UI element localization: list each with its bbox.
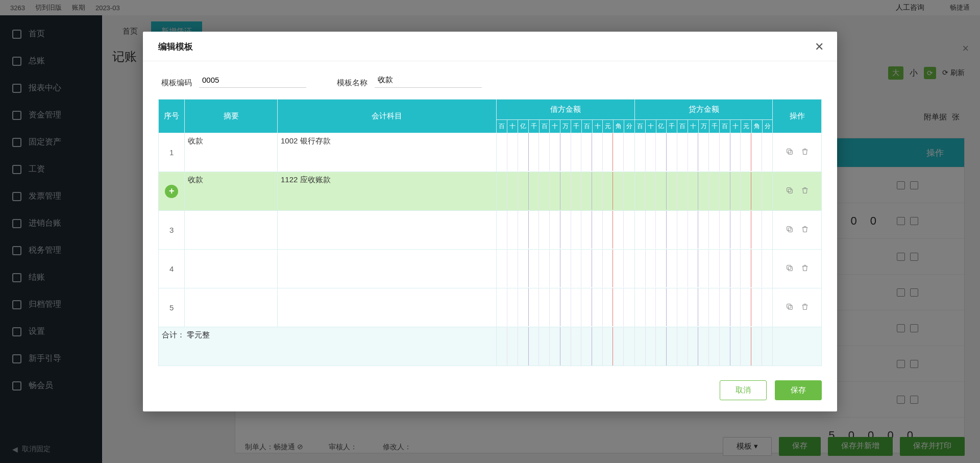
row-subject[interactable] <box>277 211 496 250</box>
total-label: 合计： <box>162 330 185 339</box>
modal-save-button[interactable]: 保存 <box>775 380 822 400</box>
row-op <box>773 133 822 172</box>
row-summary[interactable]: 收款 <box>185 133 278 172</box>
modal-close-button[interactable]: ✕ <box>815 41 824 53</box>
row-op <box>773 211 822 250</box>
total-op <box>773 327 822 366</box>
th-digit: 百 <box>497 120 507 133</box>
row-subject[interactable]: 1002 银行存款 <box>277 133 496 172</box>
svg-rect-3 <box>787 188 791 192</box>
th-digit: 元 <box>603 120 614 133</box>
th-digit: 十 <box>688 120 698 133</box>
template-code-input[interactable] <box>199 74 306 88</box>
th-digit: 角 <box>614 120 624 133</box>
row-op <box>773 250 822 288</box>
row-summary[interactable] <box>185 250 278 288</box>
row-credit[interactable] <box>634 288 773 327</box>
row-index: 4 <box>159 250 185 288</box>
row-op <box>773 172 822 211</box>
row-index: 1 <box>159 133 185 172</box>
copy-row-icon[interactable] <box>786 148 794 156</box>
th-digit: 亿 <box>656 120 667 133</box>
svg-rect-6 <box>788 266 792 271</box>
th-digit: 十 <box>507 120 518 133</box>
row-credit[interactable] <box>634 211 773 250</box>
copy-row-icon[interactable] <box>786 264 794 272</box>
row-credit[interactable] <box>634 172 773 211</box>
row-credit[interactable] <box>634 250 773 288</box>
total-credit <box>634 327 773 366</box>
th-digit: 百 <box>539 120 550 133</box>
th-index: 序号 <box>159 100 185 133</box>
modal-title: 编辑模板 <box>158 41 193 53</box>
row-credit[interactable] <box>634 133 773 172</box>
row-index: 3 <box>159 211 185 250</box>
modal-cancel-button[interactable]: 取消 <box>720 380 767 400</box>
th-digit: 元 <box>741 120 752 133</box>
table-row[interactable]: 3 <box>159 211 822 250</box>
delete-row-icon[interactable] <box>801 264 809 272</box>
th-digit: 千 <box>709 120 720 133</box>
th-digit: 百 <box>581 120 592 133</box>
th-digit: 百 <box>677 120 688 133</box>
delete-row-icon[interactable] <box>801 225 809 233</box>
row-summary[interactable] <box>185 288 278 327</box>
th-operate: 操作 <box>773 100 822 133</box>
th-digit: 十 <box>730 120 741 133</box>
svg-rect-5 <box>787 227 791 231</box>
template-table: 序号 摘要 会计科目 借方金额 贷方金额 操作 百十亿千百十万千百十元角分百十亿… <box>158 99 822 366</box>
delete-row-icon[interactable] <box>801 148 809 156</box>
th-subject: 会计科目 <box>277 100 496 133</box>
row-subject[interactable] <box>277 288 496 327</box>
svg-rect-9 <box>787 304 791 308</box>
th-summary: 摘要 <box>185 100 278 133</box>
delete-row-icon[interactable] <box>801 303 809 311</box>
template-code-label: 模板编码 <box>161 78 192 88</box>
th-digit: 百 <box>634 120 645 133</box>
row-debit[interactable] <box>497 250 635 288</box>
th-digit: 十 <box>592 120 603 133</box>
add-row-button[interactable]: + <box>165 185 178 198</box>
row-debit[interactable] <box>497 133 635 172</box>
th-digit: 十 <box>550 120 560 133</box>
th-debit: 借方金额 <box>497 100 635 120</box>
row-summary[interactable]: 收款 <box>185 172 278 211</box>
svg-rect-4 <box>788 228 792 232</box>
th-digit: 千 <box>528 120 539 133</box>
svg-rect-7 <box>787 265 791 270</box>
table-row[interactable]: 4 <box>159 250 822 288</box>
svg-rect-0 <box>788 150 792 154</box>
th-digit: 分 <box>624 120 635 133</box>
th-digit: 千 <box>667 120 677 133</box>
svg-rect-8 <box>788 305 792 309</box>
total-cell: 合计： 零元整 <box>159 327 497 366</box>
th-digit: 千 <box>571 120 582 133</box>
th-digit: 角 <box>751 120 762 133</box>
delete-row-icon[interactable] <box>801 186 809 194</box>
row-debit[interactable] <box>497 288 635 327</box>
th-digit: 分 <box>762 120 773 133</box>
row-index: 5 <box>159 288 185 327</box>
th-digit: 万 <box>560 120 571 133</box>
th-digit: 十 <box>645 120 656 133</box>
row-subject[interactable] <box>277 250 496 288</box>
row-summary[interactable] <box>185 211 278 250</box>
row-debit[interactable] <box>497 172 635 211</box>
th-digit: 百 <box>720 120 730 133</box>
svg-rect-1 <box>787 149 791 153</box>
row-debit[interactable] <box>497 211 635 250</box>
template-name-input[interactable] <box>375 74 482 88</box>
th-credit: 贷方金额 <box>634 100 773 120</box>
svg-rect-2 <box>788 189 792 193</box>
template-name-label: 模板名称 <box>337 78 368 88</box>
row-subject[interactable]: 1122 应收账款 <box>277 172 496 211</box>
copy-row-icon[interactable] <box>786 303 794 311</box>
table-row[interactable]: 5 <box>159 288 822 327</box>
copy-row-icon[interactable] <box>786 186 794 194</box>
copy-row-icon[interactable] <box>786 225 794 233</box>
total-debit <box>497 327 635 366</box>
th-digit: 亿 <box>518 120 528 133</box>
table-row[interactable]: +收款1122 应收账款 <box>159 172 822 211</box>
edit-template-modal: 编辑模板 ✕ 模板编码 模板名称 序号 摘要 会计科目 借方金额 贷方金额 <box>143 32 837 411</box>
table-row[interactable]: 1收款1002 银行存款 <box>159 133 822 172</box>
